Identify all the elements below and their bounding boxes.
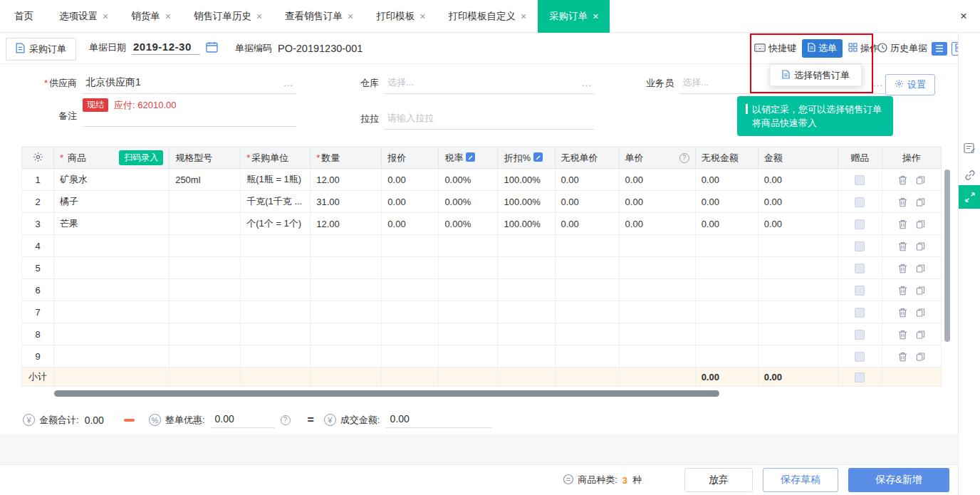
cell-price[interactable]: 0.00 — [619, 169, 695, 191]
cell-qty[interactable] — [311, 257, 382, 279]
lala-field[interactable]: 请输入拉拉 — [385, 110, 595, 130]
delete-row-icon[interactable] — [898, 330, 907, 340]
close-all-icon[interactable]: × — [947, 9, 980, 24]
help-question-icon[interactable]: ? — [281, 415, 291, 425]
cell-discount[interactable] — [498, 345, 555, 368]
operation-button[interactable]: 操作 — [848, 42, 879, 55]
help-question-icon[interactable]: ? — [679, 153, 689, 163]
cell-notax-price[interactable] — [555, 257, 619, 279]
cell-quote[interactable] — [382, 323, 439, 345]
tab-close-icon[interactable]: × — [256, 11, 262, 22]
cell-qty[interactable] — [311, 279, 382, 301]
cell-product[interactable] — [54, 323, 170, 345]
delete-row-icon[interactable] — [898, 175, 907, 185]
tab-close-icon[interactable]: × — [419, 11, 425, 22]
gift-checkbox[interactable] — [855, 308, 865, 318]
delete-row-icon[interactable] — [898, 264, 907, 273]
cell-notax-price[interactable]: 0.00 — [555, 213, 619, 235]
cell-discount[interactable] — [498, 235, 555, 257]
link-icon[interactable] — [959, 165, 980, 185]
tab-选项设置[interactable]: 选项设置× — [48, 0, 120, 33]
cell-qty[interactable] — [311, 235, 382, 257]
shortcut-keys-button[interactable]: 快捷键 — [754, 42, 796, 55]
tab-close-icon[interactable]: × — [521, 11, 526, 22]
gift-checkbox[interactable] — [855, 197, 865, 207]
cell-unit[interactable] — [241, 235, 311, 257]
cell-qty[interactable]: 31.00 — [311, 191, 382, 213]
cell-notax-price[interactable]: 0.00 — [555, 169, 619, 191]
supplier-field[interactable]: 北京供应商1 ... — [83, 74, 296, 94]
cell-unit[interactable] — [241, 345, 311, 368]
horizontal-scrollbar[interactable] — [54, 390, 719, 397]
copy-row-icon[interactable] — [916, 308, 925, 318]
warehouse-field[interactable]: 选择... ... — [385, 74, 595, 94]
cell-tax[interactable] — [439, 323, 498, 345]
cell-discount[interactable]: 100.00% — [498, 213, 555, 235]
cell-unit[interactable] — [241, 323, 311, 345]
cell-product[interactable]: 芒果 — [54, 213, 170, 235]
cell-tax[interactable]: 0.00% — [439, 191, 498, 213]
cell-quote[interactable] — [382, 235, 439, 257]
cell-spec[interactable] — [170, 323, 241, 345]
delete-row-icon[interactable] — [898, 352, 907, 362]
cell-tax[interactable]: 0.00% — [439, 213, 498, 235]
cell-tax[interactable] — [439, 301, 498, 323]
cell-quote[interactable] — [382, 345, 439, 368]
copy-row-icon[interactable] — [916, 264, 925, 273]
cell-unit[interactable]: 个(1个 = 1个) — [241, 213, 311, 235]
cell-unit[interactable] — [241, 279, 311, 301]
cell-spec[interactable]: 250ml — [170, 169, 241, 191]
feedback-icon[interactable] — [959, 138, 980, 158]
cell-tax[interactable]: 0.00% — [439, 169, 498, 191]
cell-product[interactable] — [54, 279, 170, 301]
cell-spec[interactable] — [170, 345, 241, 368]
cell-discount[interactable] — [498, 279, 555, 301]
pick-order-button[interactable]: 选单 — [802, 39, 843, 58]
tab-close-icon[interactable]: × — [165, 11, 171, 22]
cell-product[interactable] — [54, 301, 170, 323]
cell-discount[interactable]: 100.00% — [498, 191, 555, 213]
cell-price[interactable] — [619, 279, 695, 301]
delete-row-icon[interactable] — [898, 197, 907, 207]
supplier-more-button[interactable]: ... — [283, 78, 293, 88]
cell-tax[interactable] — [439, 235, 498, 257]
cell-notax-price[interactable] — [555, 323, 619, 345]
copy-row-icon[interactable] — [916, 286, 925, 296]
cell-unit[interactable]: 千克(1千克 ... — [241, 191, 311, 213]
cell-product[interactable] — [54, 345, 170, 368]
gift-checkbox[interactable] — [855, 352, 865, 362]
gift-checkbox[interactable] — [855, 286, 865, 296]
gift-checkbox[interactable] — [855, 372, 865, 382]
gift-checkbox[interactable] — [855, 241, 865, 251]
vertical-scrollbar[interactable] — [944, 170, 950, 342]
cell-product[interactable]: 橘子 — [54, 191, 170, 213]
cell-tax[interactable] — [439, 279, 498, 301]
cell-unit[interactable]: 瓶(1瓶 = 1瓶) — [241, 169, 311, 191]
order-discount-input[interactable]: 0.00 — [211, 412, 275, 428]
select-sales-order-menu-item[interactable]: 选择销售订单 — [770, 64, 862, 86]
cell-price[interactable] — [619, 345, 695, 368]
cell-discount[interactable] — [498, 257, 555, 279]
cell-quote[interactable]: 0.00 — [382, 213, 439, 235]
cell-quote[interactable] — [382, 257, 439, 279]
tab-close-icon[interactable]: × — [103, 11, 108, 22]
cell-tax[interactable] — [439, 257, 498, 279]
cell-tax[interactable] — [439, 345, 498, 368]
discard-button[interactable]: 放弃 — [684, 468, 753, 492]
remark-field[interactable] — [83, 120, 296, 127]
cell-spec[interactable] — [170, 279, 241, 301]
cell-spec[interactable] — [170, 191, 241, 213]
delete-row-icon[interactable] — [898, 308, 907, 318]
history-documents-button[interactable]: 历史单据 — [877, 42, 927, 55]
cell-qty[interactable] — [311, 301, 382, 323]
cell-product[interactable] — [54, 257, 170, 279]
cell-qty[interactable]: 12.00 — [311, 169, 382, 191]
cell-product[interactable] — [54, 235, 170, 257]
doc-date-value[interactable]: 2019-12-30 — [132, 41, 200, 55]
cell-price[interactable] — [619, 301, 695, 323]
cell-unit[interactable] — [241, 301, 311, 323]
tab-采购订单[interactable]: 采购订单× — [538, 0, 610, 33]
cell-price[interactable]: 0.00 — [619, 213, 695, 235]
save-and-new-button[interactable]: 保存&新增 — [848, 468, 949, 492]
calendar-icon[interactable] — [206, 41, 218, 55]
